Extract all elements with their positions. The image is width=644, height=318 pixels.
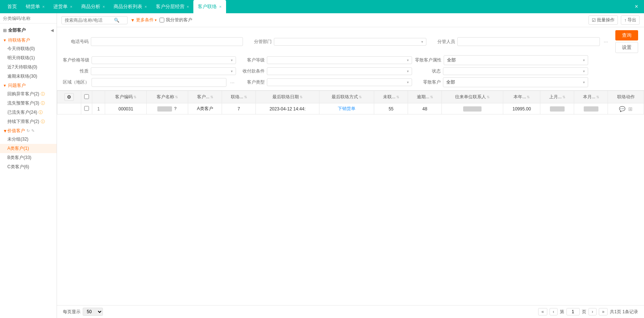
phone-input[interactable] xyxy=(91,37,243,46)
sort-no-contact-icon[interactable]: ⇅ xyxy=(396,95,399,99)
close-sales-tab[interactable]: × xyxy=(42,4,44,9)
col-this-month: 本月... ⇅ xyxy=(574,91,608,103)
sidebar-item-today-pending[interactable]: 今天待联络(0) xyxy=(0,44,57,53)
sidebar-problem-section[interactable]: ▼ 问题客户 xyxy=(0,81,57,89)
payment-select[interactable]: ▾ xyxy=(267,67,412,75)
dept-select[interactable]: ▾ xyxy=(274,38,426,46)
price-level-caret-icon: ▾ xyxy=(231,58,233,62)
filter-search-icon[interactable]: 🔍 xyxy=(114,18,119,23)
settings-button[interactable]: 设置 xyxy=(615,42,638,53)
sidebar-item-churn-warning[interactable]: 流失预警客户(3) ⓘ xyxy=(0,99,57,108)
sort-company-contact-icon[interactable]: ⇅ xyxy=(487,95,490,99)
adv-filter-row-3: 性质 ▾ 收付款条件 ▾ 状态 xyxy=(63,67,638,75)
col-no-contact: 未联... ⇅ xyxy=(374,91,408,103)
sort-contact-count-icon[interactable]: ⇅ xyxy=(244,95,247,99)
close-product-analysis-tab[interactable]: × xyxy=(103,4,105,9)
row-checkbox[interactable] xyxy=(84,106,89,111)
advanced-filter-panel: 电话号码 分管部门 ▾ 分管人员 ··· 查询 设置 xyxy=(57,27,644,91)
payment-field: 收付款条件 ▾ xyxy=(239,67,412,75)
current-page-input[interactable] xyxy=(566,308,580,315)
price-level-select[interactable]: ▾ xyxy=(92,56,236,64)
sort-this-year-icon[interactable]: ⇅ xyxy=(527,95,530,99)
status-select[interactable]: ▾ xyxy=(443,67,588,75)
retail-customer-select[interactable]: 全部 ▾ xyxy=(443,77,588,87)
first-page-btn[interactable]: « xyxy=(538,308,547,315)
sort-last-contact-date-icon[interactable]: ⇅ xyxy=(300,95,303,99)
close-product-analysis-list-tab[interactable]: × xyxy=(144,4,147,9)
sidebar-search-input[interactable] xyxy=(3,16,57,21)
sort-last-month-icon[interactable]: ⇅ xyxy=(562,95,565,99)
col-gear: ⚙ xyxy=(57,91,81,103)
customer-type-select[interactable]: ▾ xyxy=(267,78,412,86)
customer-name-blurred xyxy=(157,106,172,112)
filter-more-btn[interactable]: ▼ 更多条件 ▾ xyxy=(130,17,157,23)
col-select-all xyxy=(81,91,92,103)
last-contact-method-link[interactable]: 下销货单 xyxy=(338,106,355,111)
action-more-icon[interactable]: ⊞ xyxy=(628,106,633,112)
manager-input[interactable] xyxy=(457,37,600,46)
sidebar-item-declining[interactable]: 持续下滑客户(2) ⓘ xyxy=(0,117,57,126)
sidebar-item-class-b[interactable]: B类客户(33) xyxy=(0,153,57,162)
sidebar-item-churned[interactable]: 已流失客户(24) ⓘ xyxy=(0,108,57,117)
sidebar-value-section[interactable]: ▼ 价值客户 ↻ ✎ xyxy=(0,126,57,135)
sidebar-item-unclassified[interactable]: 未分组(32) xyxy=(0,135,57,144)
next-page-btn[interactable]: › xyxy=(588,308,597,315)
filter-search-input[interactable] xyxy=(65,18,112,23)
region-input[interactable] xyxy=(92,78,226,87)
customer-level-select[interactable]: ▾ xyxy=(267,56,412,64)
nav-sales[interactable]: 销货单 × xyxy=(21,0,49,13)
sidebar-item-7day-pending[interactable]: 近7天待联络(0) xyxy=(0,63,57,72)
nav-purchase[interactable]: 进货单 × xyxy=(49,0,76,13)
sidebar-item-tomorrow-pending[interactable]: 明天待联络(1) xyxy=(0,53,57,63)
sort-overdue-icon[interactable]: ⇅ xyxy=(430,95,433,99)
page-size-select[interactable]: 50 100 200 xyxy=(83,308,103,316)
my-customers-checkbox[interactable] xyxy=(160,18,164,22)
main-layout: 🔍 ⊞ 全部客户 ◀ ▼ 待联络客户 今天待联络(0) 明天待联络(1) 近7天… xyxy=(0,13,644,318)
pending-arrow-icon: ▼ xyxy=(3,38,7,42)
close-purchase-tab[interactable]: × xyxy=(70,4,72,9)
nav-customer-contact[interactable]: 客户联络 × xyxy=(193,0,226,13)
prev-page-btn[interactable]: ‹ xyxy=(550,308,558,315)
value-edit-icon[interactable]: ✎ xyxy=(31,128,35,133)
app-close-button[interactable]: × xyxy=(632,2,641,11)
retail-customer-caret-icon: ▾ xyxy=(583,80,585,84)
manager-dots-btn[interactable]: ··· xyxy=(602,39,609,45)
region-dots-btn[interactable]: ··· xyxy=(229,80,236,85)
close-customer-segment-tab[interactable]: × xyxy=(187,4,189,9)
adv-filter-row-2: 客户价格等级 ▾ 客户等级 ▾ 零散客户属性 全部 xyxy=(63,55,638,65)
last-page-btn[interactable]: » xyxy=(599,308,608,315)
nav-product-analysis-list[interactable]: 商品分析列表 × xyxy=(109,0,151,13)
sidebar-item-repurchase-abnormal[interactable]: 回购异常客户(2) ⓘ xyxy=(0,89,57,99)
sidebar-item-class-a[interactable]: A类客户(1) xyxy=(0,144,57,153)
sort-last-contact-method-icon[interactable]: ⇅ xyxy=(359,95,362,99)
col-actions: 联络动作 xyxy=(608,91,644,103)
export-button[interactable]: ↑ 导出 xyxy=(621,15,640,25)
sort-name-icon[interactable]: ⇅ xyxy=(175,95,178,99)
footer-bar: 每页显示 50 100 200 « ‹ 第 页 › » 共1页 1条记录 xyxy=(57,305,644,318)
manager-field: 分管人员 ··· xyxy=(429,37,609,46)
query-button[interactable]: 查询 xyxy=(615,30,638,40)
sidebar: 🔍 ⊞ 全部客户 ◀ ▼ 待联络客户 今天待联络(0) 明天待联络(1) 近7天… xyxy=(0,13,57,318)
sidebar-item-overdue-pending[interactable]: 逾期未联络(30) xyxy=(0,72,57,81)
customer-type-field: 客户类型 ▾ xyxy=(239,78,412,86)
nav-product-analysis[interactable]: 商品分析 × xyxy=(77,0,109,13)
batch-op-button[interactable]: ☑ 批量操作 xyxy=(588,15,618,25)
status-caret-icon: ▾ xyxy=(583,69,585,73)
row-no-contact-cell: 55 xyxy=(374,103,408,114)
sidebar-item-class-c[interactable]: C类客户(6) xyxy=(0,162,57,172)
select-all-checkbox[interactable] xyxy=(84,94,89,99)
sort-category-icon[interactable]: ⇅ xyxy=(210,95,213,99)
sidebar-all-customers[interactable]: ⊞ 全部客户 ◀ xyxy=(0,25,57,36)
sort-code-icon[interactable]: ⇅ xyxy=(133,95,136,99)
column-settings-btn[interactable]: ⚙ xyxy=(64,93,74,101)
action-chat-icon[interactable]: 💬 xyxy=(619,106,625,112)
close-customer-contact-tab[interactable]: × xyxy=(219,4,221,9)
nav-customer-segment[interactable]: 客户分层经营 × xyxy=(151,0,193,13)
sidebar-pending-section[interactable]: ▼ 待联络客户 xyxy=(0,36,57,44)
sort-this-month-icon[interactable]: ⇅ xyxy=(596,95,599,99)
nature-select[interactable]: ▾ xyxy=(91,67,236,75)
value-refresh-icon[interactable]: ↻ xyxy=(26,128,30,133)
warn-icon-1: ⓘ xyxy=(41,100,45,106)
nav-home[interactable]: 首页 xyxy=(3,0,21,13)
retail-attr-select[interactable]: 全部 ▾ xyxy=(444,55,588,65)
